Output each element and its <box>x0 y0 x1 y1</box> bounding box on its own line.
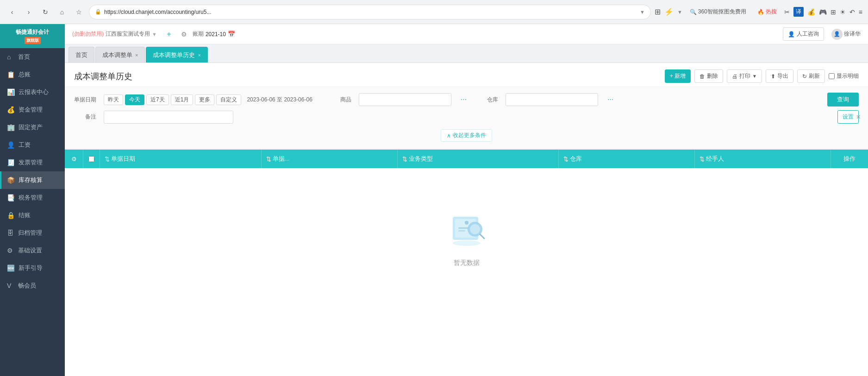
svg-point-0 <box>453 240 481 246</box>
tax-icon: 📑 <box>7 194 15 201</box>
toolbar-game: 🎮 <box>819 8 827 16</box>
product-select[interactable] <box>359 93 451 106</box>
date-btn-yesterday[interactable]: 昨天 <box>104 94 123 105</box>
delete-btn[interactable]: 🗑 删除 <box>694 69 723 83</box>
browser-chrome: ‹ › ↻ ⌂ ☆ 🔒 https://cloud.chanjet.com/ac… <box>0 0 868 24</box>
warehouse-dots[interactable]: ··· <box>606 95 615 104</box>
print-btn[interactable]: 🖨 打印 ▼ <box>727 69 762 83</box>
dropdown-icon: ▼ <box>152 31 157 37</box>
toolbar-translate: 译 <box>793 7 804 17</box>
export-btn[interactable]: ⬆ 导出 <box>766 69 793 83</box>
toolbar-grid: ⊞ <box>831 8 836 16</box>
vip-icon: V <box>7 282 14 289</box>
forward-btn[interactable]: › <box>22 6 35 19</box>
sidebar-item-closing[interactable]: 🔒 结账 <box>0 207 65 224</box>
query-btn[interactable]: 查询 <box>827 93 859 107</box>
tab-home-label: 首页 <box>75 51 87 59</box>
sidebar-item-fixed-assets[interactable]: 🏢 固定资产 <box>0 119 65 136</box>
new-btn[interactable]: + 新增 <box>665 69 691 83</box>
sidebar-item-vip[interactable]: V 畅会员 <box>0 277 65 295</box>
settings-filter-btn[interactable]: 设置 <box>837 110 859 124</box>
product-dots[interactable]: ··· <box>459 95 468 104</box>
sidebar-item-inventory[interactable]: 📦 库存核算 <box>0 171 65 189</box>
th-check[interactable] <box>83 150 100 168</box>
collapse-btn[interactable]: ∧ 收起更多条件 <box>441 129 492 142</box>
sidebar-item-ledger[interactable]: 📋 总账 <box>0 66 65 83</box>
select-all-checkbox[interactable] <box>88 156 94 162</box>
filter-area: 单据日期 昨天 今天 近7天 近1月 更多 自定义 2023-06-06 至 2… <box>65 87 868 150</box>
show-detail-input[interactable] <box>829 73 835 79</box>
tab-cost-adjust[interactable]: 成本调整单 × <box>95 47 145 63</box>
period-value: 2021-10 <box>206 31 226 38</box>
svg-point-6 <box>465 221 468 225</box>
hot-search-btn[interactable]: 🔥 热搜 <box>754 6 781 18</box>
remark-label: 备注 <box>74 113 96 121</box>
remark-input[interactable] <box>104 111 233 124</box>
refresh-btn[interactable]: ↻ <box>39 6 52 19</box>
home-icon: ⌂ <box>7 53 14 61</box>
page-content: × 成本调整单历史 + 新增 🗑 删除 🖨 打印 ▼ ⬆ <box>65 63 868 376</box>
print-icon: 🖨 <box>732 73 737 80</box>
star-btn[interactable]: ☆ <box>72 6 85 19</box>
search-btn[interactable]: 🔍 360智能抠图免费用 <box>686 6 750 18</box>
th-person[interactable]: ⇅ 经手人 <box>695 150 831 168</box>
sidebar-item-tax[interactable]: 📑 税务管理 <box>0 189 65 207</box>
th-num-sort: ⇅ <box>266 156 271 163</box>
th-type-sort: ⇅ <box>402 156 407 163</box>
sidebar-item-guide[interactable]: 🆕 新手引导 <box>0 259 65 277</box>
sidebar-item-settings[interactable]: ⚙ 基础设置 <box>0 242 65 259</box>
tab-cost-adjust-close[interactable]: × <box>135 52 138 58</box>
calendar-icon[interactable]: 📅 <box>228 31 235 38</box>
tab-cost-adjust-history[interactable]: 成本调整单历史 × <box>146 47 207 63</box>
date-btn-1month[interactable]: 近1月 <box>171 94 194 105</box>
sidebar-label-closing: 结账 <box>19 211 31 219</box>
th-date[interactable]: ⇅ 单据日期 <box>100 150 262 168</box>
sidebar-item-home[interactable]: ⌂ 首页 <box>0 48 65 66</box>
refresh-btn[interactable]: ↻ 刷新 <box>797 69 825 83</box>
page-close-btn[interactable]: × <box>856 113 861 121</box>
show-detail-checkbox[interactable]: 显示明细 <box>829 72 859 80</box>
th-warehouse[interactable]: ⇅ 仓库 <box>559 150 695 168</box>
user-menu[interactable]: 👤 徐译华 <box>831 29 861 40</box>
sidebar-item-funds[interactable]: 💰 资金管理 <box>0 101 65 119</box>
warehouse-select[interactable] <box>506 93 598 106</box>
home-btn[interactable]: ⌂ <box>56 6 69 19</box>
sidebar-label-salary: 工资 <box>19 141 31 149</box>
back-btn[interactable]: ‹ <box>6 6 19 19</box>
th-type[interactable]: ⇅ 业务类型 <box>398 150 559 168</box>
human-service-btn[interactable]: 👤 人工咨询 <box>783 27 824 41</box>
archive-icon: 🗄 <box>7 229 14 237</box>
date-btn-more[interactable]: 更多 <box>195 94 214 105</box>
sidebar-item-invoice[interactable]: 🧾 发票管理 <box>0 154 65 171</box>
url-text: https://cloud.chanjet.com/accounting/uru… <box>104 9 637 15</box>
sidebar-label-guide: 新手引导 <box>19 264 43 272</box>
toolbar-undo: ↶ <box>849 8 855 16</box>
toolbar-menu: ≡ <box>859 8 862 16</box>
sidebar-label-reports: 云报表中心 <box>19 88 49 96</box>
sidebar-label-funds: 资金管理 <box>19 106 43 114</box>
sidebar-item-salary[interactable]: 👤 工资 <box>0 136 65 154</box>
ssl-lock-icon: 🔒 <box>95 9 101 15</box>
empty-illustration <box>443 205 490 251</box>
app-wrapper: 畅捷通好会计 旗舰版 ⌂ 首页 📋 总账 📊 云报表中心 💰 资金管理 🏢 <box>0 24 868 376</box>
date-filter: 昨天 今天 近7天 近1月 更多 自定义 2023-06-06 至 2023-0… <box>104 94 312 105</box>
tab-bar: 首页 成本调整单 × 成本调整单历史 × <box>65 44 868 63</box>
address-bar[interactable]: 🔒 https://cloud.chanjet.com/accounting/u… <box>89 5 651 19</box>
th-number[interactable]: ⇅ 单据... <box>262 150 398 168</box>
top-bar-right: 👤 人工咨询 👤 徐译华 <box>783 27 861 41</box>
tab-home[interactable]: 首页 <box>69 47 94 63</box>
date-btn-7days[interactable]: 近7天 <box>146 94 169 105</box>
settings-gear-icon: ⚙ <box>181 31 187 38</box>
sidebar-label-home: 首页 <box>18 53 30 61</box>
tab-cost-adjust-history-close[interactable]: × <box>198 52 200 58</box>
filter-row-remark: 备注 设置 <box>74 110 859 124</box>
dropdown-icon: ▼ <box>640 9 645 15</box>
date-btn-custom[interactable]: 自定义 <box>216 94 241 105</box>
date-btn-today[interactable]: 今天 <box>125 94 144 105</box>
sidebar-item-reports[interactable]: 📊 云报表中心 <box>0 83 65 101</box>
page-actions: + 新增 🗑 删除 🖨 打印 ▼ ⬆ 导出 ↻ <box>665 69 859 83</box>
sidebar-item-archive[interactable]: 🗄 归档管理 <box>0 224 65 242</box>
th-gear[interactable]: ⚙ <box>65 150 83 168</box>
add-company-btn[interactable]: + <box>162 28 175 41</box>
sidebar-label-invoice: 发票管理 <box>19 158 43 167</box>
